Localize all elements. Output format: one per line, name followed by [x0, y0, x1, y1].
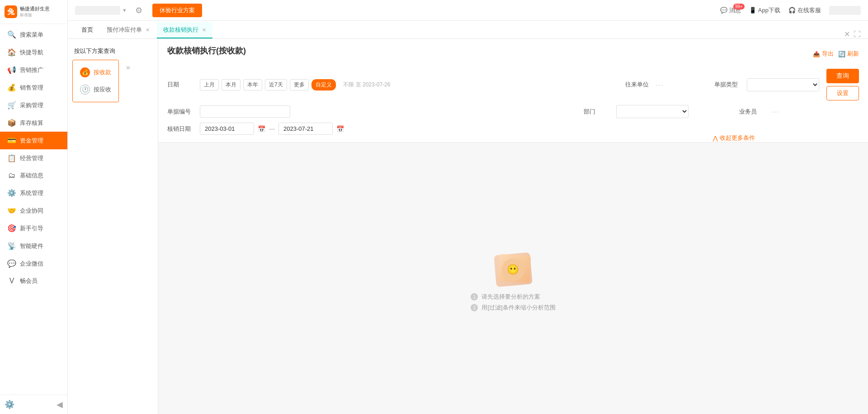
collapse-sidebar-icon[interactable]: ◀	[57, 400, 63, 409]
scheme-by-receivable[interactable]: 🕐 按应收	[73, 81, 118, 98]
system-icon: ⚙️	[7, 189, 16, 197]
sidebar-item-system[interactable]: ⚙️ 系统管理	[0, 184, 67, 202]
tab-prepay[interactable]: 预付冲应付单 ✕	[100, 22, 156, 38]
app-download-item[interactable]: 📱 App下载	[749, 6, 780, 14]
message-item[interactable]: 💬 消息 99+	[720, 6, 741, 14]
empty-hints: 1 请先选择要分析的方案 2 用[过滤]条件来缩小分析范围	[471, 293, 555, 312]
service-item[interactable]: 🎧 在线客服	[788, 6, 821, 14]
date-btn-this-month[interactable]: 本月	[222, 79, 241, 90]
sidebar-item-search[interactable]: 🔍 搜索菜单	[0, 26, 67, 43]
empty-state: 😶 1 请先选择要分析的方案 2 用[过滤]条件来缩小分析范围	[158, 143, 868, 414]
sidebar-item-hardware[interactable]: 📡 智能硬件	[0, 237, 67, 255]
expand-icon[interactable]: ⛶	[854, 30, 861, 38]
refresh-label: 刷新	[847, 50, 859, 58]
sidebar-item-sales[interactable]: 💰 销售管理	[0, 79, 67, 96]
service-label: 在线客服	[797, 6, 821, 14]
tab-writeoff-close[interactable]: ✕	[202, 27, 206, 33]
export-label: 导出	[822, 50, 834, 58]
sidebar-item-basics[interactable]: 🗂 基础信息	[0, 167, 67, 184]
tab-writeoff[interactable]: 收款核销执行 ✕	[157, 22, 212, 38]
salesperson-label: 业务员	[739, 108, 764, 116]
writeoff-date-end[interactable]	[278, 123, 333, 135]
writeoff-date-start[interactable]	[200, 123, 254, 135]
date-btn-this-year[interactable]: 本年	[243, 79, 262, 90]
calendar-end-icon[interactable]: 📅	[336, 125, 344, 133]
sidebar-nav: 🔍 搜索菜单 🏠 快捷导航 📢 营销推广 💰 销售管理 🛒 采购管理 📦 库存核…	[0, 24, 67, 395]
collapse-more-label: 收起更多条件	[720, 134, 755, 142]
sidebar-item-quicknav[interactable]: 🏠 快捷导航	[0, 43, 67, 61]
sidebar-label-system: 系统管理	[20, 189, 43, 197]
counterpart-dots[interactable]: ···	[656, 81, 664, 88]
logo-name: 畅捷通好生意	[20, 5, 50, 12]
wecom-icon: 💬	[7, 259, 16, 268]
sidebar-item-member[interactable]: V 畅会员	[0, 272, 67, 290]
empty-hint-2: 2 用[过滤]条件来缩小分析范围	[471, 304, 555, 312]
calendar-start-icon[interactable]: 📅	[258, 125, 265, 133]
message-badge: 99+	[733, 4, 745, 10]
filter-settings-button[interactable]: 设置	[826, 86, 859, 100]
date-suffix: 至 2023-07-26	[356, 81, 391, 89]
sidebar-label-sales: 销售管理	[20, 84, 43, 92]
inventory-icon: 📦	[7, 119, 16, 127]
salesperson-dots[interactable]: ···	[772, 108, 779, 115]
company-dropdown-icon[interactable]: ▾	[123, 7, 126, 14]
sidebar-item-purchase[interactable]: 🛒 采购管理	[0, 96, 67, 114]
tabbar-right-actions: ✕ ⛶	[844, 30, 861, 38]
dept-select[interactable]	[616, 105, 689, 118]
bill-type-label: 单据类型	[714, 81, 740, 89]
no-limit-label: 不限	[343, 81, 354, 89]
app-icon: 📱	[749, 7, 756, 14]
topbar: ▾ ⚙ 休验行业方案 💬 消息 99+ 📱 App下载 🎧 在线客服	[68, 0, 868, 21]
collapse-panel-btn[interactable]: »	[123, 63, 133, 71]
sidebar-item-wecom[interactable]: 💬 企业微信	[0, 255, 67, 272]
date-btn-more[interactable]: 更多	[290, 79, 309, 90]
collab-icon: 🤝	[7, 206, 16, 215]
tab-prepay-close[interactable]: ✕	[146, 27, 150, 33]
sidebar-label-collab: 企业协同	[20, 207, 43, 215]
refresh-button[interactable]: 🔄 刷新	[838, 50, 859, 58]
user-avatar[interactable]	[829, 6, 861, 15]
chevron-left-icon: »	[126, 63, 130, 71]
scheme-by-receipt[interactable]: 💰 按收款	[73, 64, 118, 81]
export-button[interactable]: 📤 导出	[813, 50, 834, 58]
left-panel-title: 按以下方案查询	[68, 44, 158, 60]
date-btn-7days[interactable]: 近7天	[265, 79, 287, 90]
sidebar-item-management[interactable]: 📋 经营管理	[0, 149, 67, 167]
service-icon: 🎧	[788, 7, 796, 14]
gear-icon[interactable]: ⚙	[135, 5, 142, 15]
sidebar-item-collab[interactable]: 🤝 企业协同	[0, 202, 67, 219]
close-all-tabs-icon[interactable]: ✕	[844, 30, 850, 38]
tab-home-label: 首页	[81, 26, 93, 34]
logo-text-group: 畅捷通好生意 标准版	[20, 5, 50, 18]
query-button[interactable]: 查询	[826, 69, 859, 83]
sidebar-item-marketing[interactable]: 📢 营销推广	[0, 61, 67, 79]
settings-footer-icon[interactable]: ⚙️	[5, 400, 14, 409]
sidebar-item-finance[interactable]: 💳 资金管理	[0, 132, 67, 149]
sidebar-item-guide[interactable]: 🎯 新手引导	[0, 219, 67, 237]
date-quick-select: 上月 本月 本年 近7天 更多 自定义	[200, 79, 336, 90]
collapse-more-btn[interactable]: ⋀ 收起更多条件	[713, 134, 755, 142]
page-title: 收款核销执行(按收款)	[167, 45, 246, 56]
empty-image: 😶	[491, 245, 536, 286]
sidebar-label-member: 畅会员	[20, 277, 38, 285]
collapse-arrow-icon: ⋀	[713, 135, 718, 142]
sidebar-label-wecom: 企业微信	[20, 260, 43, 268]
sidebar-label-management: 经营管理	[20, 154, 43, 162]
hint-text-2: 用[过滤]条件来缩小分析范围	[481, 304, 555, 312]
sidebar-label-finance: 资金管理	[20, 137, 43, 145]
date-btn-last-month[interactable]: 上月	[200, 79, 219, 90]
company-selector[interactable]: ▾	[75, 6, 126, 15]
writeoff-date-range: 📅 — 📅	[200, 123, 344, 135]
solution-button[interactable]: 休验行业方案	[152, 4, 202, 17]
sidebar-label-purchase: 采购管理	[20, 101, 43, 109]
hint-text-1: 请先选择要分析的方案	[481, 293, 540, 301]
hint-num-2: 2	[471, 304, 478, 311]
logo-icon: 兔	[5, 5, 17, 18]
sales-icon: 💰	[7, 83, 16, 92]
bill-type-select[interactable]	[747, 78, 819, 91]
bill-no-input[interactable]	[200, 105, 290, 118]
sidebar-item-inventory[interactable]: 📦 库存核算	[0, 114, 67, 132]
tab-home[interactable]: 首页	[75, 22, 99, 38]
date-btn-custom[interactable]: 自定义	[311, 79, 336, 90]
hint-num-1: 1	[471, 293, 478, 300]
